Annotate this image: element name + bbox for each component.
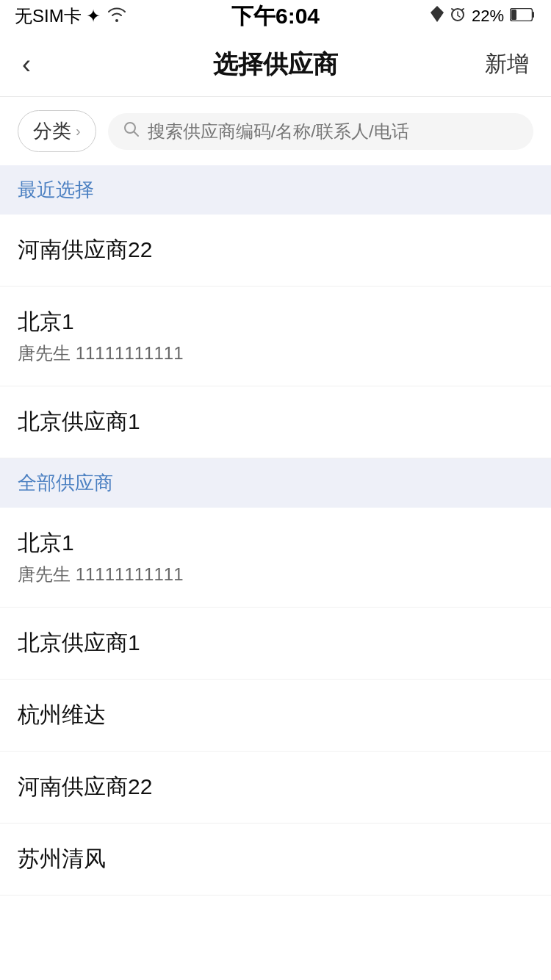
battery-label: 22% <box>472 7 504 26</box>
item-name: 河南供应商22 <box>18 235 533 265</box>
all-list-item[interactable]: 河南供应商22 <box>0 752 551 824</box>
item-detail: 唐先生 11111111111 <box>18 563 533 586</box>
item-name: 北京供应商1 <box>18 407 533 437</box>
add-button[interactable]: 新增 <box>485 49 529 79</box>
status-time: 下午6:04 <box>231 1 320 32</box>
item-name: 杭州维达 <box>18 700 533 730</box>
status-right: 22% <box>431 6 536 26</box>
status-bar: 无SIM卡 ✦ 下午6:04 22% <box>0 0 551 32</box>
svg-rect-2 <box>511 10 516 20</box>
item-name: 河南供应商22 <box>18 772 533 802</box>
all-list-item[interactable]: 北京1唐先生 11111111111 <box>0 508 551 608</box>
wifi-icon <box>107 6 127 26</box>
location-icon <box>431 6 444 26</box>
all-section-header: 全部供应商 <box>0 458 551 508</box>
item-name: 北京1 <box>18 307 533 337</box>
all-list-item[interactable]: 北京供应商1 <box>0 608 551 680</box>
all-items-list: 北京1唐先生 11111111111北京供应商1杭州维达河南供应商22苏州清风 <box>0 508 551 896</box>
search-input[interactable] <box>148 121 519 142</box>
all-list-item[interactable]: 杭州维达 <box>0 680 551 752</box>
item-name: 北京1 <box>18 528 533 558</box>
no-sim-label: 无SIM卡 ✦ <box>15 4 101 28</box>
page-title: 选择供应商 <box>66 48 485 82</box>
recent-list-item[interactable]: 北京供应商1 <box>0 386 551 458</box>
status-left: 无SIM卡 ✦ <box>15 4 127 28</box>
back-button[interactable]: ‹ <box>22 49 66 80</box>
nav-bar: ‹ 选择供应商 新增 <box>0 32 551 97</box>
category-filter-button[interactable]: 分类 › <box>18 110 96 152</box>
all-section-label: 全部供应商 <box>18 472 113 494</box>
search-bar <box>108 113 533 150</box>
battery-icon <box>510 7 536 26</box>
alarm-icon <box>450 6 466 26</box>
filter-bar: 分类 › <box>0 97 551 165</box>
recent-items-list: 河南供应商22北京1唐先生 11111111111北京供应商1 <box>0 215 551 458</box>
search-icon <box>123 120 140 143</box>
recent-list-item[interactable]: 河南供应商22 <box>0 215 551 287</box>
item-detail: 唐先生 11111111111 <box>18 342 533 365</box>
recent-section-label: 最近选择 <box>18 179 94 201</box>
recent-section-header: 最近选择 <box>0 165 551 215</box>
all-list-item[interactable]: 苏州清风 <box>0 824 551 896</box>
chevron-right-icon: › <box>76 123 81 140</box>
recent-list-item[interactable]: 北京1唐先生 11111111111 <box>0 287 551 386</box>
category-label: 分类 <box>33 118 71 144</box>
item-name: 北京供应商1 <box>18 628 533 658</box>
item-name: 苏州清风 <box>18 844 533 874</box>
